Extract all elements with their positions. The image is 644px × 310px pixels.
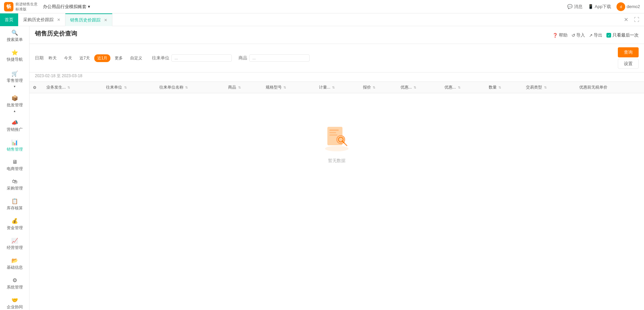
empty-icon	[320, 120, 354, 154]
col-unit[interactable]: 计量... ⇅	[316, 82, 360, 93]
help-link[interactable]: ❓ 帮助	[552, 32, 568, 38]
tabbar-actions: ✕ ⛶	[622, 16, 644, 24]
import-icon: ↺	[572, 33, 575, 38]
bag-icon: 🛍	[12, 178, 17, 185]
app-selector[interactable]: 办公用品行业模拟账套 ▾	[40, 2, 93, 11]
logo-text: 前进销售生意 标准版	[15, 2, 38, 11]
date-btn-today[interactable]: 今天	[61, 54, 75, 62]
avatar: d	[616, 2, 625, 11]
only-last-checkbox[interactable]: ✓ 只看最后一次	[606, 32, 639, 38]
col-biz-date[interactable]: 业务发生... ⇅	[43, 82, 103, 93]
date-btn-more[interactable]: 更多	[112, 54, 126, 62]
close-tab-btn[interactable]: ✕	[622, 16, 630, 24]
goods-placeholder: ...	[252, 56, 307, 60]
export-link[interactable]: ↗ 导出	[589, 32, 602, 38]
col-discount2[interactable]: 优惠... ⇅	[441, 82, 485, 93]
goods-filter: 商品 ...	[238, 54, 310, 62]
col-partner-code[interactable]: 往来单位 ⇅	[103, 82, 156, 93]
search-icon: 🔍	[11, 30, 18, 36]
sidebar-item-operations[interactable]: 📈 经营管理	[0, 234, 29, 254]
date-buttons: 昨天 今天 近7天 近1月 更多 自定义	[46, 54, 145, 62]
sidebar-item-sales[interactable]: 📊 销售管理	[0, 136, 29, 156]
sidebar-item-wholesale[interactable]: 📦 批发管理 ▴	[0, 92, 29, 116]
sidebar-item-retail[interactable]: 🛒 零售管理 ▾	[0, 67, 29, 92]
col-settings[interactable]: ⚙	[30, 82, 43, 93]
import-link[interactable]: ↺ 导入	[572, 32, 585, 38]
sidebar-item-ecommerce[interactable]: 🖥 电商管理	[0, 156, 29, 175]
settings-button[interactable]: 设置	[618, 59, 639, 69]
col-goods[interactable]: 商品 ⇅	[225, 82, 262, 93]
sidebar: 🔍 搜索菜单 ⭐ 快捷导航 🛒 零售管理 ▾ 📦 批发管理 ▴ 📣 营销推广 📊…	[0, 26, 30, 310]
partner-filter: 往来单位 ...	[152, 54, 232, 62]
download-icon: 📱	[588, 4, 593, 9]
topbar-right: 💬 消息 📱 App下载 d demo2	[567, 2, 640, 11]
graph-icon: 📈	[11, 238, 18, 244]
logo-area: 畅 前进销售生意 标准版	[4, 2, 38, 11]
chevron-down-icon: ▾	[14, 85, 15, 88]
sort-icon-10: ⇅	[498, 86, 501, 89]
export-icon: ↗	[589, 33, 593, 38]
user-menu[interactable]: d demo2	[616, 2, 640, 11]
chevron-up-icon: ▴	[14, 109, 15, 113]
sidebar-item-marketing[interactable]: 📣 营销推广	[0, 116, 29, 136]
logo-icon: 畅	[4, 2, 13, 11]
sidebar-item-quick-nav[interactable]: ⭐ 快捷导航	[0, 46, 29, 66]
message-btn[interactable]: 💬 消息	[567, 4, 583, 10]
col-quantity[interactable]: 数量 ⇅	[485, 82, 523, 93]
monitor-icon: 🖥	[12, 159, 17, 165]
maximize-btn[interactable]: ⛶	[633, 16, 641, 24]
app-download-btn[interactable]: 📱 App下载	[588, 4, 611, 10]
chart-icon: 📊	[11, 139, 18, 146]
sort-icon-11: ⇅	[544, 86, 547, 89]
date-btn-1month[interactable]: 近1月	[94, 54, 111, 62]
sort-icon-7: ⇅	[373, 86, 375, 89]
tab-purchase[interactable]: 采购历史价跟踪 ✕	[18, 13, 65, 26]
tab-sales[interactable]: 销售历史价跟踪 ✕	[65, 13, 112, 26]
date-filter: 日期 昨天 今天 近7天 近1月 更多 自定义	[35, 54, 145, 62]
col-pre-tax[interactable]: 优惠前无税单价	[576, 82, 644, 93]
partner-input[interactable]: ...	[171, 54, 232, 62]
page-header: 销售历史价查询 ❓ 帮助 ↺ 导入 ↗ 导出 ✓	[30, 26, 644, 44]
filter-bar: 日期 昨天 今天 近7天 近1月 更多 自定义 往来单位 ... 商品	[30, 44, 644, 72]
chevron-down-icon: ▾	[88, 4, 90, 9]
empty-text: 暂无数据	[328, 158, 345, 164]
topbar: 畅 前进销售生意 标准版 办公用品行业模拟账套 ▾ 💬 消息 📱 App下载 d…	[0, 0, 644, 13]
goods-input[interactable]: ...	[249, 54, 310, 62]
date-btn-yesterday[interactable]: 昨天	[46, 54, 60, 62]
handshake-icon: 🤝	[11, 297, 18, 303]
sort-icon-6: ⇅	[332, 86, 335, 89]
tab-sales-close[interactable]: ✕	[104, 18, 107, 22]
marketing-icon: 📣	[11, 119, 18, 126]
content-area: 销售历史价查询 ❓ 帮助 ↺ 导入 ↗ 导出 ✓	[30, 26, 644, 310]
table-container: ⚙ 业务发生... ⇅ 往来单位 ⇅ 往来单位名称 ⇅	[30, 82, 644, 310]
table-header: ⚙ 业务发生... ⇅ 往来单位 ⇅ 往来单位名称 ⇅	[30, 82, 644, 93]
sort-icon-8: ⇅	[414, 86, 416, 89]
date-btn-custom[interactable]: 自定义	[127, 54, 145, 62]
settings-icon[interactable]: ⚙	[33, 85, 37, 90]
sort-icon: ⇅	[67, 86, 70, 89]
date-btn-7days[interactable]: 近7天	[76, 54, 93, 62]
sidebar-item-system[interactable]: ⚙ 系统管理	[0, 274, 29, 294]
col-partner-name[interactable]: 往来单位名称 ⇅	[156, 82, 225, 93]
checkbox-icon: ✓	[606, 33, 611, 38]
sort-icon-5: ⇅	[283, 86, 286, 89]
sidebar-item-finance[interactable]: 💰 资金管理	[0, 214, 29, 234]
svg-rect-4	[329, 135, 337, 136]
sidebar-item-search[interactable]: 🔍 搜索菜单	[0, 26, 29, 46]
sort-icon-4: ⇅	[238, 86, 241, 89]
sidebar-item-purchase[interactable]: 🛍 采购管理	[0, 175, 29, 195]
col-trade-type[interactable]: 交易类型 ⇅	[523, 82, 576, 93]
clipboard-icon: 📋	[11, 198, 18, 204]
query-button[interactable]: 查询	[618, 47, 639, 57]
col-quote[interactable]: 报价 ⇅	[360, 82, 397, 93]
sidebar-item-enterprise[interactable]: 🤝 企业协同	[0, 294, 29, 310]
col-spec[interactable]: 规格型号 ⇅	[262, 82, 316, 93]
col-discount1[interactable]: 优惠... ⇅	[397, 82, 441, 93]
table-header-row: ⚙ 业务发生... ⇅ 往来单位 ⇅ 往来单位名称 ⇅	[30, 82, 644, 93]
sidebar-item-inventory[interactable]: 📋 库存核算	[0, 195, 29, 214]
topbar-left: 畅 前进销售生意 标准版 办公用品行业模拟账套 ▾	[4, 2, 93, 11]
tab-purchase-close[interactable]: ✕	[57, 17, 60, 22]
sidebar-item-basic-info[interactable]: 📂 基础信息	[0, 254, 29, 274]
tab-home[interactable]: 首页	[0, 13, 18, 26]
help-icon: ❓	[552, 33, 558, 38]
